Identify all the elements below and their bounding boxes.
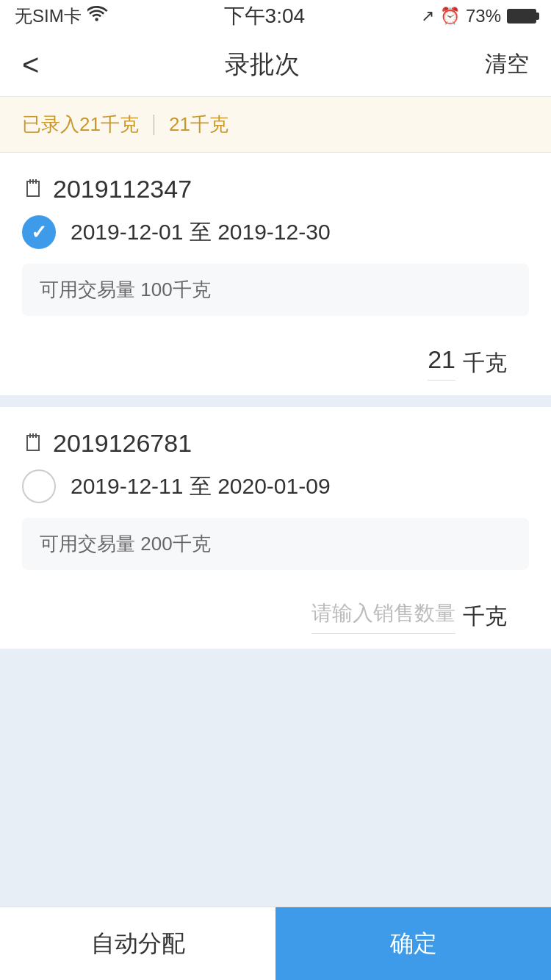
batch-date-2: 2019-12-11 至 2020-01-09 [71,472,331,502]
quantity-row-2: 请输入销售数量 千克 [22,585,529,649]
availability-box-2: 可用交易量 200千克 [22,518,529,570]
location-icon: ↗ [421,7,434,26]
summary-value: 21千克 [169,112,228,137]
batch-date-1: 2019-12-01 至 2019-12-30 [71,217,331,248]
page-title: 录批次 [225,48,300,82]
card-divider-1 [0,395,551,407]
status-left: 无SIM卡 [15,4,108,28]
battery-icon [507,9,536,24]
back-button[interactable]: < [22,50,39,79]
clear-button[interactable]: 清空 [485,49,529,79]
bottom-actions: 自动分配 确定 [0,907,551,980]
doc-icon-1: 🗒 [22,176,46,203]
batch-row-1: 2019-12-01 至 2019-12-30 [22,215,529,249]
batch-number-2: 2019126781 [53,429,192,458]
batch-header-2: 🗒 2019126781 [22,429,529,458]
quantity-input-wrapper-1: 21 [428,345,455,381]
batch-number-1: 2019112347 [53,175,192,203]
auto-distribute-button[interactable]: 自动分配 [0,907,276,980]
quantity-input-wrapper-2[interactable]: 请输入销售数量 [311,599,455,634]
wifi-icon [87,6,108,26]
summary-divider [154,115,154,135]
status-time: 下午3:04 [224,2,306,30]
quantity-placeholder-2: 请输入销售数量 [311,599,455,627]
quantity-value-1: 21 [428,345,455,374]
battery-percent: 73% [466,6,501,26]
availability-box-1: 可用交易量 100千克 [22,264,529,316]
status-bar: 无SIM卡 下午3:04 ↗ ⏰ 73% [0,0,551,32]
confirm-button[interactable]: 确定 [276,907,551,980]
quantity-unit-1: 千克 [463,348,507,378]
batch-card-2: 🗒 2019126781 2019-12-11 至 2020-01-09 可用交… [0,407,551,649]
batch-checkbox-1[interactable] [22,215,56,249]
status-right: ↗ ⏰ 73% [421,6,536,26]
quantity-row-1: 21 千克 [22,331,529,395]
batch-row-2: 2019-12-11 至 2020-01-09 [22,469,529,503]
content-area: 🗒 2019112347 2019-12-01 至 2019-12-30 可用交… [0,153,551,980]
batch-checkbox-2[interactable] [22,469,56,503]
batch-header-1: 🗒 2019112347 [22,175,529,203]
recorded-amount: 已录入21千克 [22,112,139,137]
carrier-label: 无SIM卡 [15,4,82,28]
alarm-icon: ⏰ [440,7,460,26]
summary-bar: 已录入21千克 21千克 [0,97,551,153]
nav-bar: < 录批次 清空 [0,32,551,97]
batch-card-1: 🗒 2019112347 2019-12-01 至 2019-12-30 可用交… [0,153,551,395]
quantity-unit-2: 千克 [463,602,507,632]
doc-icon-2: 🗒 [22,430,46,457]
